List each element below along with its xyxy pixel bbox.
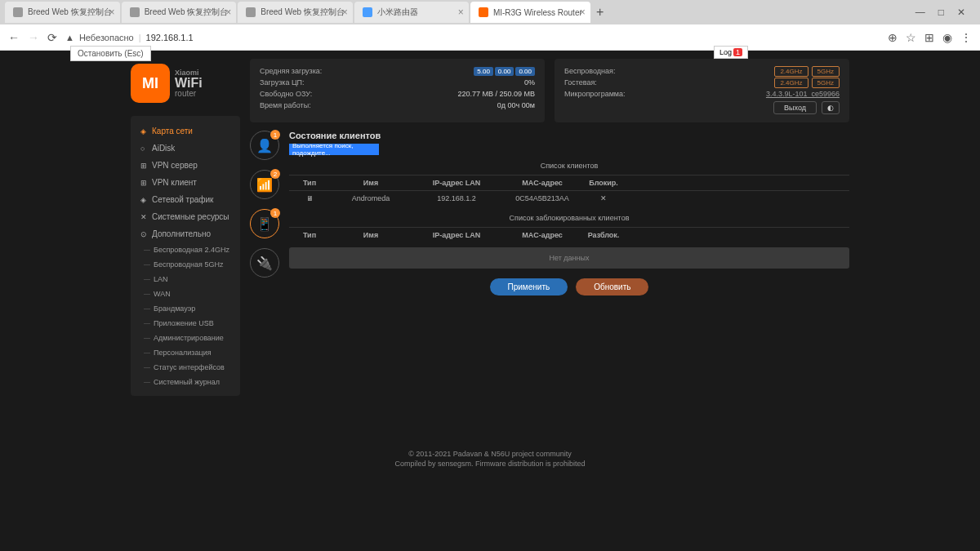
sidebar-item-advanced[interactable]: ⊙Дополнительно <box>131 225 240 242</box>
badge-5ghz[interactable]: 5GHz <box>812 66 840 77</box>
footer: © 2011-2021 Padavan & N56U project commu… <box>0 449 980 469</box>
sidebar: ◈Карта сети ○AiDisk ⊞VPN сервер ⊞VPN кли… <box>131 116 240 396</box>
col-ip: IP-адрес LAN <box>412 179 501 187</box>
file-icon <box>13 7 23 17</box>
block-button[interactable]: ✕ <box>583 194 624 202</box>
browser-tabs: Breed Web 恢复控制台× Breed Web 恢复控制台× Breed … <box>0 0 980 24</box>
router-page: MI XiaomiWiFirouter ◈Карта сети ○AiDisk … <box>0 51 980 551</box>
guest-24ghz[interactable]: 2.4GHz <box>774 78 808 88</box>
logo: MI XiaomiWiFirouter <box>131 59 240 108</box>
close-icon[interactable]: × <box>458 7 464 18</box>
favorite-icon[interactable]: ☆ <box>906 31 916 44</box>
ram-label: Свободно ОЗУ: <box>260 90 312 98</box>
reload-button[interactable]: ⟳ <box>47 31 57 44</box>
badge-24ghz[interactable]: 2.4GHz <box>774 66 808 77</box>
tab-0[interactable]: Breed Web 恢复控制台× <box>5 2 120 23</box>
sidebar-item-network-map[interactable]: ◈Карта сети <box>131 122 240 140</box>
close-icon[interactable]: × <box>580 7 586 18</box>
device-type-icon: 🖥 <box>289 194 330 202</box>
url-field[interactable]: ▲ Небезопасно | 192.168.1.1 <box>65 33 880 42</box>
sidebar-sub-usb[interactable]: Приложение USB <box>131 316 240 331</box>
clients-header: Список клиентов <box>289 162 849 170</box>
mi-logo-icon: MI <box>131 64 170 103</box>
close-icon[interactable]: × <box>342 7 348 18</box>
minimize-icon[interactable]: — <box>915 7 925 18</box>
devices-icon[interactable]: 📱1 <box>250 209 279 238</box>
menu-icon[interactable]: ⋮ <box>960 31 972 44</box>
col-type: Тип <box>289 179 330 187</box>
blocked-header: Список заблокированных клиентов <box>289 214 849 222</box>
col-block: Блокир. <box>583 179 624 187</box>
sidebar-sub-firewall[interactable]: Брандмауэр <box>131 301 240 316</box>
close-icon[interactable]: × <box>109 7 115 18</box>
guest-label: Гостевая: <box>564 78 597 87</box>
tab-3[interactable]: 小米路由器× <box>354 2 469 23</box>
clients-icon[interactable]: 👤1 <box>250 131 279 160</box>
content-panel: Состояние клиентов Выполняется поиск, по… <box>289 131 849 295</box>
col-name2: Имя <box>330 231 412 239</box>
sidebar-sub-interfaces[interactable]: Статус интерфейсов <box>131 360 240 375</box>
tab-1[interactable]: Breed Web 恢复控制台× <box>122 2 237 23</box>
cpu-label: Загрузка ЦП: <box>260 78 305 87</box>
install-icon[interactable]: ⊕ <box>888 31 898 44</box>
firmware-link[interactable]: 3.4.3.9L-101_ce59966 <box>766 90 840 98</box>
client-row: 🖥 Andromeda 192.168.1.2 0C54A5B213AA ✕ <box>289 190 849 206</box>
usb-icon[interactable]: 🔌 <box>250 248 279 278</box>
file-icon <box>363 7 372 17</box>
load-1: 5.00 <box>474 67 493 76</box>
col-unblock: Разблок. <box>583 231 624 239</box>
sidebar-sub-lan[interactable]: LAN <box>131 272 240 287</box>
warning-icon: ▲ <box>65 33 74 42</box>
theme-button[interactable]: ◐ <box>822 101 840 114</box>
sidebar-sub-admin[interactable]: Администрирование <box>131 331 240 345</box>
router-icon <box>479 7 488 17</box>
close-window-icon[interactable]: ✕ <box>957 7 965 18</box>
log-badge[interactable]: Log1 <box>714 46 748 59</box>
new-tab-button[interactable]: + <box>592 5 608 20</box>
col-mac2: MAC-адрес <box>501 231 583 239</box>
sidebar-item-vpn-server[interactable]: ⊞VPN сервер <box>131 157 240 174</box>
guest-5ghz[interactable]: 5GHz <box>812 78 840 88</box>
security-label: Небезопасно <box>79 33 134 42</box>
close-icon[interactable]: × <box>225 7 231 18</box>
sidebar-item-traffic[interactable]: ◈Сетевой трафик <box>131 191 240 208</box>
back-button[interactable]: ← <box>8 31 20 44</box>
col-name: Имя <box>330 179 412 187</box>
file-icon <box>130 7 140 17</box>
col-ip2: IP-адрес LAN <box>412 231 501 239</box>
extensions-icon[interactable]: ⊞ <box>924 31 934 44</box>
col-mac: MAC-адрес <box>501 179 583 187</box>
icon-column: 👤1 📶2 📱1 🔌 <box>250 131 279 295</box>
sidebar-sub-syslog[interactable]: Системный журнал <box>131 375 240 389</box>
file-icon <box>246 7 256 17</box>
sidebar-item-vpn-client[interactable]: ⊞VPN клиент <box>131 174 240 191</box>
ram-value: 220.77 MB / 250.09 MB <box>457 90 535 98</box>
sidebar-item-resources[interactable]: ✕Системные ресурсы <box>131 208 240 225</box>
stats-wireless: Беспроводная:2.4GHz5GHz Гостевая:2.4GHz5… <box>555 59 849 122</box>
uptime-label: Время работы: <box>260 101 311 109</box>
load-avg-label: Средняя загрузка: <box>260 67 322 75</box>
sidebar-sub-wireless5[interactable]: Беспроводная 5GHz <box>131 257 240 272</box>
sidebar-item-aidisk[interactable]: ○AiDisk <box>131 140 240 157</box>
logout-button[interactable]: Выход <box>773 101 817 114</box>
profile-icon[interactable]: ◉ <box>942 31 952 44</box>
maximize-icon[interactable]: □ <box>938 7 944 18</box>
sidebar-sub-personalize[interactable]: Персонализация <box>131 345 240 360</box>
sidebar-sub-wireless24[interactable]: Беспроводная 2.4GHz <box>131 242 240 257</box>
forward-button[interactable]: → <box>28 31 39 44</box>
col-type2: Тип <box>289 231 330 239</box>
no-data: Нет данных <box>289 247 849 269</box>
load-5: 0.00 <box>495 67 514 76</box>
firmware-label: Микропрограмма: <box>564 90 626 98</box>
sidebar-sub-wan[interactable]: WAN <box>131 287 240 301</box>
wifi-icon[interactable]: 📶2 <box>250 170 279 199</box>
wireless-label: Беспроводная: <box>564 67 615 75</box>
apply-button[interactable]: Применить <box>490 278 568 295</box>
searching-progress: Выполняется поиск, подождите... <box>289 144 379 155</box>
tab-4[interactable]: MI-R3G Wireless Router× <box>470 2 590 23</box>
tab-2[interactable]: Breed Web 恢复控制台× <box>238 2 353 23</box>
refresh-button[interactable]: Обновить <box>576 278 648 295</box>
client-ip: 192.168.1.2 <box>412 194 501 202</box>
stop-tooltip: Остановить (Esc) <box>70 46 151 61</box>
client-name: Andromeda <box>330 194 412 202</box>
